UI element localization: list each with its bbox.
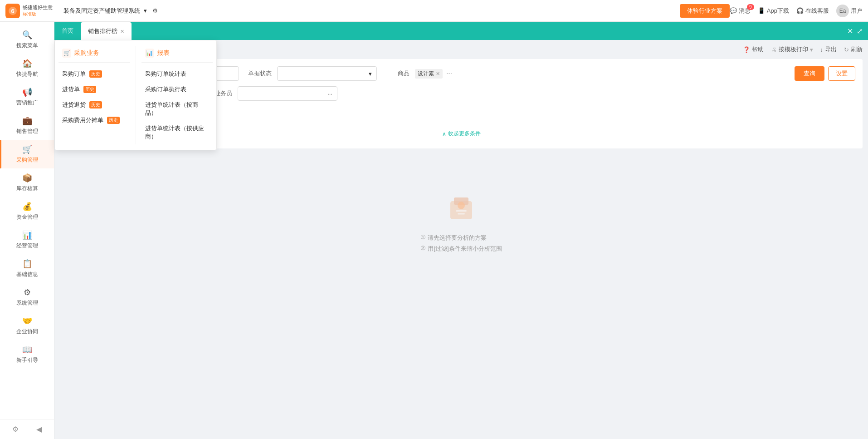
- enterprise-icon: 🤝: [22, 316, 32, 326]
- menu-item-gr-stats-goods[interactable]: 进货单统计表（按商品）: [141, 97, 213, 121]
- sidebar-label-enterprise: 企业协同: [16, 328, 38, 335]
- help-icon: ❓: [743, 46, 750, 53]
- logo-area: 6 畅捷通好生意 标准版: [5, 4, 60, 18]
- sidebar-label-quick-nav: 快捷导航: [16, 70, 38, 78]
- sidebar-item-inventory[interactable]: 📦 库存核算: [0, 168, 54, 197]
- sidebar-label-guide: 新手引导: [16, 356, 38, 364]
- help-btn[interactable]: ❓ 帮助: [743, 45, 764, 54]
- menu-item-gr-stats-supplier[interactable]: 进货单统计表（按供应商）: [141, 121, 213, 144]
- report-menu-icon: 📊: [145, 49, 154, 58]
- sidebar-label-sales: 销售管理: [16, 128, 38, 135]
- top-header: 6 畅捷通好生意 标准版 装备及固定资产辅助管理系统 ▾ ⚙ 体验行业方案 💬 …: [0, 0, 868, 22]
- menu-item-purchase-order[interactable]: 采购订单 历史: [59, 66, 130, 82]
- query-btn[interactable]: 查询: [795, 66, 824, 81]
- export-icon: ↓: [820, 46, 824, 53]
- empty-illustration: [443, 190, 479, 227]
- logo-icon: 6: [5, 4, 20, 18]
- sidebar-item-marketing[interactable]: 📢 营销推广: [0, 83, 54, 111]
- system-settings-icon[interactable]: ⚙: [152, 7, 158, 14]
- doc-status-label: 单据状态: [244, 69, 272, 78]
- refresh-btn[interactable]: ↻ 刷新: [844, 45, 863, 54]
- notification-btn[interactable]: 💬 消息 9: [730, 7, 751, 15]
- purchase-dropdown-menu: 🛒 采购业务 采购订单 历史 进货单 历史 进货退货 历史 采购费用分摊单 历史…: [54, 40, 217, 150]
- tab-bar: 首页 销售排行榜 ✕ ✕ ⤢: [54, 22, 868, 40]
- avatar: Ea: [836, 5, 849, 17]
- active-indicator: [0, 140, 1, 168]
- doc-status-select[interactable]: ▾: [277, 66, 377, 81]
- history-badge-gret: 历史: [89, 101, 102, 109]
- menu-item-goods-receipt[interactable]: 进货单 历史: [59, 82, 130, 97]
- sidebar-label-marketing: 营销推广: [16, 99, 38, 107]
- operations-icon: 📊: [22, 230, 32, 240]
- tab-home-label: 首页: [62, 27, 73, 35]
- history-badge-po: 历史: [89, 70, 102, 78]
- salesperson-select[interactable]: ···: [238, 86, 337, 101]
- doc-status-arrow: ▾: [369, 70, 372, 77]
- sidebar-label-inventory: 库存核算: [16, 185, 38, 192]
- svg-point-4: [458, 202, 465, 209]
- collapse-icon: ∧: [442, 131, 446, 137]
- menu-item-purchase-expense[interactable]: 采购费用分摊单 历史: [59, 113, 130, 128]
- goods-tag: 设计素 ✕: [415, 69, 443, 79]
- tab-sales-ranking-label: 销售排行榜: [88, 27, 117, 35]
- goods-more-btn[interactable]: ···: [446, 69, 452, 78]
- menu-item-goods-return[interactable]: 进货退货 历史: [59, 97, 130, 113]
- menu-item-po-stats[interactable]: 采购订单统计表: [141, 66, 213, 82]
- goods-label: 商品: [382, 69, 410, 78]
- sidebar-item-sales[interactable]: 💼 销售管理: [0, 111, 54, 140]
- sidebar-item-operations[interactable]: 📊 经营管理: [0, 226, 54, 254]
- export-btn[interactable]: ↓ 导出: [820, 45, 837, 54]
- sidebar-item-quick-nav[interactable]: 🏠 快捷导航: [0, 54, 54, 83]
- history-badge-pe: 历史: [107, 117, 120, 124]
- logo-text: 畅捷通好生意 标准版: [23, 4, 53, 17]
- online-service-btn[interactable]: 🎧 在线客服: [796, 7, 829, 15]
- settings-btn[interactable]: 设置: [828, 66, 855, 81]
- svg-rect-5: [456, 210, 467, 212]
- menu-col-report: 📊 报表 采购订单统计表 采购订单执行表 进货单统计表（按商品） 进货单统计表（…: [138, 46, 217, 144]
- marketing-icon: 📢: [22, 87, 32, 97]
- sidebar-settings-btn[interactable]: ⚙: [12, 425, 19, 434]
- finance-icon: 💰: [22, 202, 32, 212]
- tab-right-actions: ✕ ⤢: [847, 27, 868, 35]
- sidebar-label-purchase: 采购管理: [16, 156, 38, 164]
- sidebar-item-enterprise[interactable]: 🤝 企业协同: [0, 311, 54, 340]
- tab-maximize-icon[interactable]: ⤢: [857, 27, 863, 35]
- tab-close-btn[interactable]: ✕: [120, 29, 124, 35]
- headset-icon: 🎧: [796, 7, 804, 14]
- system-icon: ⚙: [24, 287, 31, 297]
- guide-icon: 📖: [22, 345, 32, 355]
- sidebar-item-guide[interactable]: 📖 新手引导: [0, 340, 54, 369]
- user-menu-btn[interactable]: Ea 用户: [836, 5, 863, 17]
- goods-area: 设计素 ✕ ···: [415, 69, 452, 79]
- action-btns: 查询 设置: [795, 66, 855, 81]
- goods-tag-close[interactable]: ✕: [436, 71, 440, 77]
- history-badge-gr: 历史: [83, 86, 96, 93]
- basic-icon: 📋: [22, 259, 32, 269]
- sidebar-item-search[interactable]: 🔍 搜索菜单: [0, 25, 54, 54]
- menu-item-po-exec[interactable]: 采购订单执行表: [141, 82, 213, 97]
- empty-state: 请先选择要分析的方案 用[过滤]条件来缩小分析范围: [60, 154, 863, 292]
- salesperson-dots: ···: [327, 90, 332, 97]
- sidebar-collapse-btn[interactable]: ◀: [36, 425, 42, 434]
- sidebar-item-basic[interactable]: 📋 基础信息: [0, 254, 54, 283]
- header-right: 💬 消息 9 📱 App下载 🎧 在线客服 Ea 用户: [730, 5, 863, 17]
- print-arrow[interactable]: ▾: [810, 46, 813, 53]
- purchase-icon: 🛒: [22, 144, 32, 154]
- system-title: 装备及固定资产辅助管理系统 ▾ ⚙: [63, 7, 674, 15]
- tab-sales-ranking[interactable]: 销售排行榜 ✕: [81, 22, 132, 40]
- sidebar-item-purchase[interactable]: 🛒 采购管理: [0, 140, 54, 168]
- industry-btn[interactable]: 体验行业方案: [680, 4, 730, 18]
- sidebar-item-finance[interactable]: 💰 资金管理: [0, 197, 54, 226]
- sidebar-item-system[interactable]: ⚙ 系统管理: [0, 283, 54, 311]
- sidebar-label-system: 系统管理: [16, 299, 38, 307]
- menu-divider: [136, 46, 136, 144]
- svg-text:6: 6: [11, 8, 14, 15]
- print-btn[interactable]: 🖨 按模板打印 ▾: [771, 45, 813, 54]
- sidebar-label-finance: 资金管理: [16, 213, 38, 221]
- title-dropdown-arrow[interactable]: ▾: [144, 7, 147, 14]
- tab-home[interactable]: 首页: [54, 22, 81, 40]
- tab-close-icon[interactable]: ✕: [847, 27, 853, 35]
- home-icon: 🏠: [22, 59, 32, 69]
- app-download-btn[interactable]: 📱 App下载: [758, 7, 789, 15]
- message-icon: 💬: [730, 7, 737, 14]
